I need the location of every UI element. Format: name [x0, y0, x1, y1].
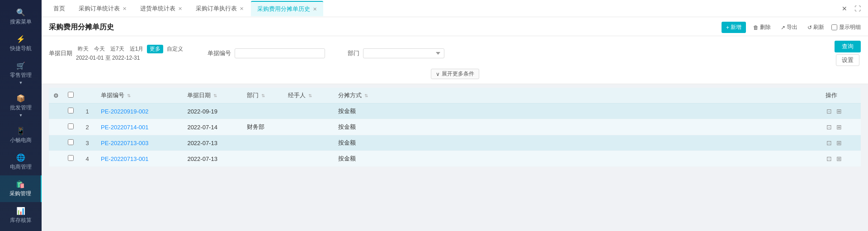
expand-more-button[interactable]: ∨ 展开更多条件 — [431, 69, 479, 79]
row-dept — [242, 135, 283, 151]
show-cols-toggle[interactable]: 显示明细 — [831, 24, 861, 31]
refresh-button[interactable]: ↺ 刷新 — [805, 22, 827, 33]
search-button[interactable]: 查询 — [835, 41, 861, 52]
edit-icon[interactable]: ⊞ — [835, 107, 843, 116]
row-settings — [49, 135, 63, 151]
row-select-checkbox[interactable] — [68, 123, 74, 129]
col-actions: 操作 — [821, 88, 861, 104]
expand-more-label: 展开更多条件 — [442, 70, 474, 78]
col-split-method-label: 分摊方式 — [338, 92, 362, 99]
close-all-icon[interactable]: ✕ — [840, 4, 849, 13]
date-range: 2022-01-01 至 2022-12-31 — [76, 54, 185, 62]
sidebar-item-ecommerce[interactable]: 🌐 电商管理 — [0, 149, 42, 175]
col-doc-date-label: 单据日期 — [187, 92, 211, 99]
row-checkbox[interactable] — [63, 135, 78, 151]
row-select-checkbox[interactable] — [68, 155, 74, 161]
date-shortcut-7days[interactable]: 近7天 — [108, 45, 126, 53]
delete-icon: 🗑 — [753, 24, 759, 31]
row-checkbox[interactable] — [63, 119, 78, 135]
show-cols-checkbox[interactable] — [831, 24, 837, 30]
row-dept — [242, 151, 283, 167]
row-actions: ⊡ ⊞ — [821, 135, 861, 151]
close-icon[interactable]: ✕ — [178, 1, 182, 16]
sidebar-item-search[interactable]: 🔍 搜索菜单 — [0, 4, 42, 30]
row-settings — [49, 151, 63, 167]
view-icon[interactable]: ⊡ — [826, 123, 833, 132]
row-split-method: 按金额 — [334, 119, 821, 135]
delete-label: 删除 — [760, 24, 771, 31]
close-icon[interactable]: ✕ — [123, 1, 127, 16]
date-shortcut-yesterday[interactable]: 昨天 — [76, 45, 90, 53]
view-icon[interactable]: ⊡ — [826, 154, 833, 163]
chevron-down-icon: ▼ — [19, 113, 23, 118]
row-actions: ⊡ ⊞ — [821, 104, 861, 119]
tab-home[interactable]: 首页 — [47, 1, 71, 16]
row-handler — [283, 119, 334, 135]
row-doc-date: 2022-07-13 — [183, 151, 242, 167]
filter-row: 单据日期 昨天 今天 近7天 近1月 更多 自定义 2022-01-01 至 2… — [49, 41, 861, 66]
expand-more: ∨ 展开更多条件 — [49, 69, 861, 79]
date-shortcut-1month[interactable]: 近1月 — [128, 45, 146, 53]
row-handler — [283, 151, 334, 167]
sidebar-item-purchase[interactable]: 🛍️ 采购管理 — [0, 175, 42, 202]
tab-purchase-order-stats[interactable]: 采购订单统计表 ✕ — [72, 1, 133, 16]
chevron-down-icon: ∨ — [436, 71, 440, 77]
close-icon[interactable]: ✕ — [313, 1, 317, 17]
doc-no-link[interactable]: PE-20220713-003 — [101, 140, 149, 146]
col-checkbox — [63, 88, 78, 104]
col-dept-label: 部门 — [247, 92, 259, 99]
sort-icon[interactable]: ⇅ — [127, 93, 131, 98]
row-actions: ⊡ ⊞ — [821, 151, 861, 167]
sidebar-item-shortcut[interactable]: ⚡ 快捷导航 — [0, 30, 42, 57]
edit-icon[interactable]: ⊞ — [835, 123, 843, 132]
row-dept — [242, 104, 283, 119]
sidebar-item-finance[interactable]: 💰 资金管理 — [0, 229, 42, 231]
sort-icon[interactable]: ⇅ — [308, 93, 312, 98]
main-content: 首页 采购订单统计表 ✕ 进货单统计表 ✕ 采购订单执行表 ✕ 采购费用分摊单历… — [42, 0, 868, 231]
doc-no-link[interactable]: PE-20220713-001 — [101, 156, 149, 162]
sidebar-item-retail[interactable]: 🛒 零售管理 ▼ — [0, 57, 42, 90]
col-settings[interactable]: ⚙ — [49, 88, 63, 104]
toolbar: + 新增 🗑 删除 ↗ 导出 ↺ 刷新 显示明细 — [722, 22, 861, 33]
purchase-icon: 🛍️ — [16, 180, 25, 189]
row-checkbox[interactable] — [63, 104, 78, 119]
edit-icon[interactable]: ⊞ — [835, 138, 843, 147]
date-shortcut-today[interactable]: 今天 — [92, 45, 107, 53]
row-doc-date: 2022-09-19 — [183, 104, 242, 119]
table-row: 4 PE-20220713-001 2022-07-13 按金额 ⊡ ⊞ — [49, 151, 861, 167]
sort-icon[interactable]: ⇅ — [213, 93, 217, 98]
doc-no-input[interactable] — [235, 48, 325, 58]
refresh-label: 刷新 — [813, 24, 824, 31]
select-all-checkbox[interactable] — [68, 92, 74, 98]
sort-icon[interactable]: ⇅ — [364, 93, 368, 98]
edit-icon[interactable]: ⊞ — [835, 154, 843, 163]
tab-purchase-goods-stats[interactable]: 进货单统计表 ✕ — [134, 1, 189, 16]
row-select-checkbox[interactable] — [68, 139, 74, 145]
sidebar-item-label: 电商管理 — [10, 163, 32, 171]
expand-icon[interactable]: ⛶ — [853, 4, 863, 13]
date-shortcut-custom[interactable]: 自定义 — [165, 45, 185, 53]
sidebar-item-label: 小畅电商 — [10, 137, 32, 144]
date-shortcut-more[interactable]: 更多 — [147, 45, 163, 53]
doc-no-link[interactable]: PE-20220714-001 — [101, 124, 149, 131]
add-label: 新增 — [731, 24, 741, 31]
close-icon[interactable]: ✕ — [240, 1, 244, 16]
view-icon[interactable]: ⊡ — [826, 107, 833, 116]
row-dept: 财务部 — [242, 119, 283, 135]
add-button[interactable]: + 新增 — [722, 22, 746, 33]
tab-purchase-cost-history[interactable]: 采购费用分摊单历史 ✕ — [251, 1, 323, 16]
sort-icon[interactable]: ⇅ — [261, 93, 265, 98]
row-checkbox[interactable] — [63, 151, 78, 167]
delete-button[interactable]: 🗑 删除 — [750, 22, 774, 33]
sidebar-item-wholesale[interactable]: 📦 批发管理 ▼ — [0, 90, 42, 122]
sidebar-item-mini[interactable]: 📱 小畅电商 — [0, 122, 42, 149]
row-split-method: 按金额 — [334, 135, 821, 151]
row-select-checkbox[interactable] — [68, 108, 74, 113]
view-icon[interactable]: ⊡ — [826, 138, 833, 147]
sidebar-item-inventory[interactable]: 📊 库存核算 — [0, 202, 42, 229]
filter-settings-button[interactable]: 设置 — [836, 54, 859, 66]
dept-select[interactable] — [363, 48, 444, 58]
export-button[interactable]: ↗ 导出 — [778, 22, 800, 33]
tab-purchase-order-exec[interactable]: 采购订单执行表 ✕ — [189, 1, 250, 16]
doc-no-link[interactable]: PE-20220919-002 — [101, 108, 149, 115]
